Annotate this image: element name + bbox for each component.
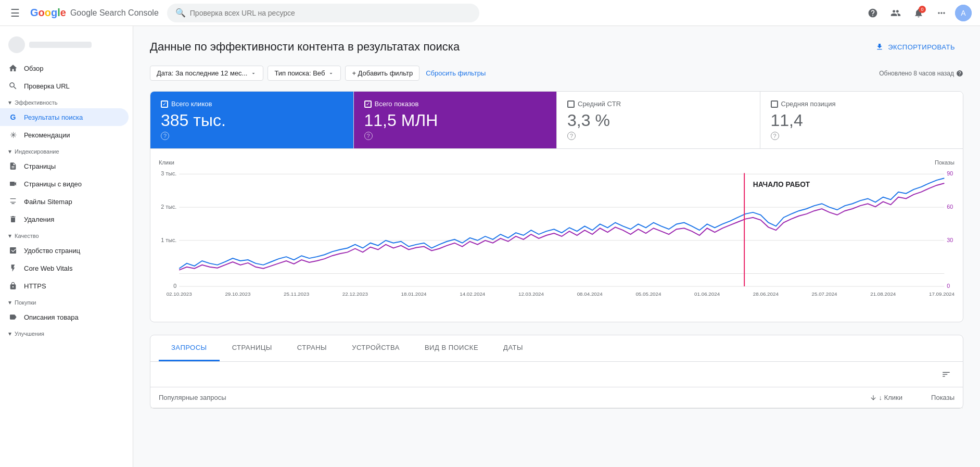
search-input[interactable]	[190, 9, 471, 17]
type-filter[interactable]: Тип поиска: Веб	[268, 66, 341, 81]
svg-text:17.09.2024: 17.09.2024	[929, 291, 954, 297]
google-g-icon: G	[8, 112, 18, 122]
reset-filter-label: Сбросить фильтры	[426, 69, 486, 77]
sidebar-label-sitemap: Файлы Sitemap	[24, 198, 72, 206]
stat-card-position[interactable]: Средняя позиция 11,4 ?	[760, 92, 963, 148]
impressions-label: Всего показов	[375, 100, 419, 108]
sidebar-item-pages[interactable]: Страницы	[0, 157, 129, 175]
tab-countries[interactable]: СТРАНЫ	[285, 335, 339, 361]
tab-search-type[interactable]: ВИД В ПОИСКЕ	[412, 335, 491, 361]
ctr-info-icon[interactable]: ?	[567, 132, 576, 140]
section-effectiveness[interactable]: ▾ Эффективность	[0, 95, 133, 108]
sidebar-item-overview[interactable]: Обзор	[0, 59, 129, 77]
col-queries-header: Популярные запросы	[159, 394, 840, 401]
queries-column-label: Популярные запросы	[159, 394, 226, 401]
tabs-header: ЗАПРОСЫ СТРАНИЦЫ СТРАНЫ УСТРОЙСТВА ВИД В…	[150, 335, 963, 362]
section-improvements[interactable]: ▾ Улучшения	[0, 326, 133, 339]
removals-icon	[8, 214, 18, 224]
app-logo: Google Google Search Console	[30, 7, 159, 19]
accounts-button[interactable]	[886, 4, 905, 22]
impressions-checkbox[interactable]	[364, 100, 372, 108]
https-icon	[8, 281, 18, 291]
stat-card-clicks[interactable]: Всего кликов 385 тыс. ?	[150, 92, 354, 148]
svg-text:0: 0	[947, 283, 950, 289]
svg-text:05.05.2024: 05.05.2024	[635, 291, 661, 297]
sidebar-label-removals: Удаления	[24, 216, 54, 223]
svg-text:25.11.2023: 25.11.2023	[284, 291, 310, 297]
position-info-icon[interactable]: ?	[771, 132, 779, 140]
tab-pages[interactable]: СТРАНИЦЫ	[220, 335, 285, 361]
section-indexing[interactable]: ▾ Индексирование	[0, 144, 133, 157]
sidebar-item-removals[interactable]: Удаления	[0, 210, 129, 228]
svg-text:08.04.2024: 08.04.2024	[577, 291, 603, 297]
layout: Обзор Проверка URL ▾ Эффективность G Рез…	[0, 0, 980, 467]
sitemap-icon	[8, 197, 18, 206]
sidebar-item-url-check[interactable]: Проверка URL	[0, 77, 129, 95]
sidebar-item-search-results[interactable]: G Результаты поиска	[0, 108, 129, 126]
position-checkbox[interactable]	[771, 100, 778, 108]
tabs-section: ЗАПРОСЫ СТРАНИЦЫ СТРАНЫ УСТРОЙСТВА ВИД В…	[150, 335, 963, 409]
date-filter-label: Дата: За последние 12 мес...	[157, 69, 247, 77]
table-filter-button[interactable]	[938, 366, 954, 383]
sidebar-item-https[interactable]: HTTPS	[0, 277, 129, 295]
clicks-info-icon[interactable]: ?	[161, 132, 169, 140]
table-header: Популярные запросы ↓ Клики Показы	[150, 387, 963, 408]
app-title: Google Search Console	[70, 8, 159, 18]
sidebar-item-page-experience[interactable]: Удобство страниц	[0, 242, 129, 259]
sidebar-label-recommendations: Рекомендации	[24, 131, 70, 139]
clicks-checkbox[interactable]	[161, 100, 168, 108]
svg-text:2 тыс.: 2 тыс.	[161, 204, 176, 210]
tab-dates[interactable]: ДАТЫ	[491, 335, 536, 361]
shows-column-label: Показы	[931, 394, 954, 401]
reset-filters-button[interactable]: Сбросить фильтры	[426, 69, 486, 77]
stat-card-impressions[interactable]: Всего показов 11,5 МЛН ?	[354, 92, 557, 148]
section-quality[interactable]: ▾ Качество	[0, 228, 133, 242]
section-shopping[interactable]: ▾ Покупки	[0, 295, 133, 308]
ctr-checkbox[interactable]	[567, 100, 575, 108]
svg-text:НАЧАЛО РАБОТ: НАЧАЛО РАБОТ	[753, 181, 810, 188]
sidebar-label-video-pages: Страницы с видео	[24, 180, 82, 188]
svg-text:29.10.2023: 29.10.2023	[225, 291, 251, 297]
sidebar-item-video-pages[interactable]: Страницы с видео	[0, 175, 129, 193]
sidebar-item-product-descriptions[interactable]: Описания товара	[0, 308, 129, 326]
update-time-label: Обновлено 8 часов назад	[879, 70, 954, 77]
ctr-value: 3,3 %	[567, 112, 749, 129]
tab-devices[interactable]: УСТРОЙСТВА	[339, 335, 412, 361]
clicks-label: Всего кликов	[171, 100, 212, 108]
sidebar-label-page-experience: Удобство страниц	[24, 247, 80, 255]
col-clicks-header[interactable]: ↓ Клики	[840, 394, 902, 401]
tabs-toolbar	[150, 362, 963, 387]
export-button[interactable]: ЭКСПОРТИРОВАТЬ	[867, 39, 963, 55]
svg-text:60 тыс.: 60 тыс.	[947, 204, 954, 210]
svg-text:18.01.2024: 18.01.2024	[401, 291, 427, 297]
stat-card-ctr[interactable]: Средний CTR 3,3 % ?	[557, 92, 760, 148]
search-bar[interactable]: 🔍	[167, 4, 479, 22]
sidebar-item-sitemap[interactable]: Файлы Sitemap	[0, 193, 129, 210]
recommendations-icon: ✳	[8, 130, 18, 140]
menu-icon[interactable]: ☰	[8, 5, 22, 21]
sidebar-label-product: Описания товара	[24, 313, 79, 321]
svg-text:А: А	[961, 9, 966, 17]
clicks-column-label: ↓ Клики	[879, 394, 902, 401]
left-axis-label: Клики	[159, 159, 174, 166]
pages-icon	[8, 161, 18, 171]
impressions-info-icon[interactable]: ?	[364, 132, 373, 140]
help-button[interactable]	[863, 4, 882, 22]
svg-text:25.07.2024: 25.07.2024	[812, 291, 838, 297]
impressions-value: 11,5 МЛН	[364, 112, 546, 129]
notifications-button[interactable]: 0	[909, 4, 928, 22]
video-icon	[8, 179, 18, 188]
sidebar-property[interactable]	[0, 30, 133, 59]
sidebar-item-core-web-vitals[interactable]: Core Web Vitals	[0, 259, 129, 277]
sidebar-item-recommendations[interactable]: ✳ Рекомендации	[0, 126, 129, 144]
export-label: ЭКСПОРТИРОВАТЬ	[888, 43, 955, 51]
sidebar-label-cwv: Core Web Vitals	[24, 264, 72, 272]
avatar[interactable]: А	[955, 5, 972, 21]
apps-button[interactable]	[932, 4, 951, 22]
cwv-icon	[8, 263, 18, 273]
add-filter-button[interactable]: + Добавить фильтр	[345, 66, 419, 81]
page-title: Данные по эффективности контента в резул…	[150, 40, 460, 54]
tab-queries[interactable]: ЗАПРОСЫ	[159, 335, 220, 361]
date-filter[interactable]: Дата: За последние 12 мес...	[150, 66, 263, 81]
clicks-line	[179, 178, 944, 268]
